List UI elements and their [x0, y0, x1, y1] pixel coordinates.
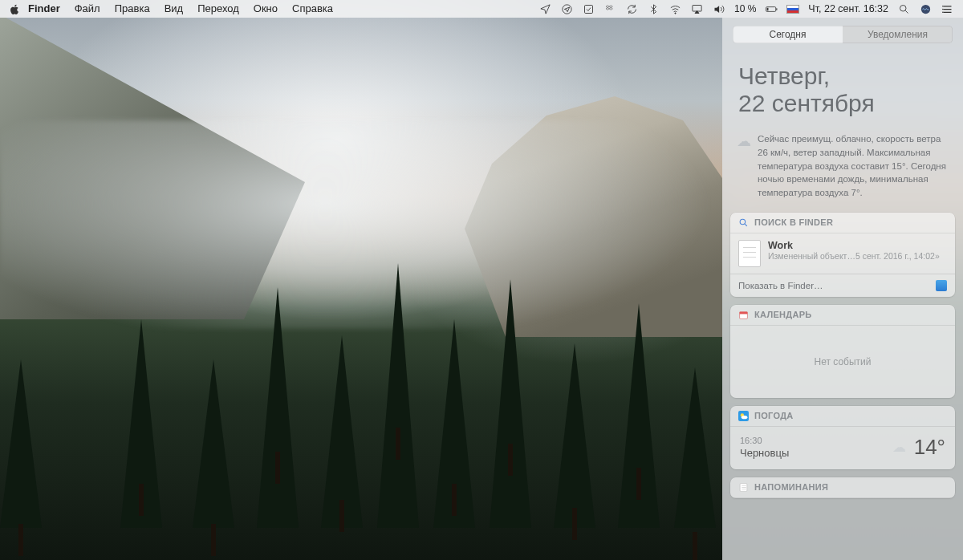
svg-point-9: [942, 5, 944, 6]
svg-point-7: [900, 5, 906, 11]
app-name[interactable]: Finder: [21, 0, 67, 18]
clock[interactable]: Чт, 22 сент. 16:32: [808, 3, 888, 14]
tab-today[interactable]: Сегодня: [733, 26, 843, 43]
show-in-finder-button[interactable]: Показать в Finder…: [730, 274, 955, 297]
weekday-label: Четверг,: [738, 63, 947, 90]
date-label: 22 сентября: [738, 90, 947, 117]
weather-summary-row: ☁ Сейчас преимущ. облачно, скорость ветр…: [730, 129, 955, 204]
menu-file[interactable]: Файл: [67, 0, 108, 18]
menu-edit[interactable]: Правка: [108, 0, 157, 18]
menu-window[interactable]: Окно: [246, 0, 285, 18]
calendar-empty-label: Нет событий: [730, 326, 955, 398]
notification-center-panel: Сегодня Уведомления Четверг, 22 сентября…: [722, 18, 963, 560]
dropbox-icon[interactable]: [604, 2, 617, 15]
calendar-widget: КАЛЕНДАРЬ Нет событий: [730, 305, 955, 398]
file-meta: Измененный объект…5 сент. 2016 г., 14:02…: [768, 251, 940, 261]
finder-result-row[interactable]: Work Измененный объект…5 сент. 2016 г., …: [738, 240, 947, 267]
svg-point-17: [742, 416, 748, 419]
airplay-icon[interactable]: [691, 2, 704, 15]
document-icon: [738, 240, 761, 267]
svg-point-10: [942, 8, 944, 10]
menu-bar: Finder Файл Правка Вид Переход Окно Спра…: [0, 0, 963, 18]
svg-rect-5: [776, 8, 777, 10]
bluetooth-icon[interactable]: [648, 2, 660, 15]
file-name: Work: [768, 240, 940, 251]
svg-point-11: [942, 11, 944, 13]
volume-icon[interactable]: [713, 2, 725, 15]
nc-tab-segmented: Сегодня Уведомления: [733, 26, 953, 43]
weather-widget[interactable]: ПОГОДА 16:30 Черновцы ☁ 14°: [730, 406, 955, 469]
menu-view[interactable]: Вид: [157, 0, 191, 18]
finder-search-widget: ПОИСК В FINDER Work Измененный объект…5 …: [730, 213, 955, 297]
svg-point-2: [675, 12, 676, 13]
weather-city: Черновцы: [740, 447, 789, 459]
checkbox-icon[interactable]: [583, 2, 595, 15]
notification-center-icon[interactable]: [941, 2, 953, 15]
battery-percent: 10 %: [734, 3, 756, 14]
calendar-widget-title: КАЛЕНДАРЬ: [754, 310, 812, 319]
weather-summary-text: Сейчас преимущ. облачно, скорость ветра …: [758, 132, 949, 199]
wifi-icon[interactable]: [669, 2, 682, 15]
menu-help[interactable]: Справка: [285, 0, 340, 18]
weather-app-icon: [738, 411, 749, 421]
apple-menu-icon[interactable]: [8, 2, 21, 15]
svg-rect-14: [740, 311, 748, 314]
today-date-header: Четверг, 22 сентября: [730, 51, 955, 121]
svg-point-12: [740, 219, 746, 225]
input-flag-ru[interactable]: [786, 5, 799, 14]
finder-search-icon: [738, 217, 749, 228]
finder-face-icon: [936, 280, 947, 291]
battery-icon[interactable]: [765, 2, 778, 15]
weather-temp: 14°: [914, 435, 945, 460]
calendar-icon: [738, 310, 749, 320]
menu-go[interactable]: Переход: [190, 0, 246, 18]
reminders-icon: [738, 482, 749, 493]
reminders-widget-title: НАПОМИНАНИЯ: [754, 482, 828, 492]
svg-rect-1: [585, 5, 593, 13]
spotlight-icon[interactable]: [897, 2, 910, 15]
cloud-icon: ☁: [737, 132, 751, 199]
tab-notifications[interactable]: Уведомления: [843, 26, 953, 43]
condition-cloud-icon: ☁: [892, 439, 906, 456]
siri-icon[interactable]: [919, 2, 932, 15]
weather-time: 16:30: [740, 436, 789, 445]
location-icon[interactable]: [539, 2, 552, 15]
weather-widget-title: ПОГОДА: [754, 411, 794, 420]
telegram-icon[interactable]: [561, 2, 574, 15]
reminders-widget: НАПОМИНАНИЯ: [730, 477, 955, 498]
sync-icon[interactable]: [626, 2, 639, 15]
svg-rect-6: [767, 7, 769, 10]
finder-widget-title: ПОИСК В FINDER: [754, 217, 833, 227]
